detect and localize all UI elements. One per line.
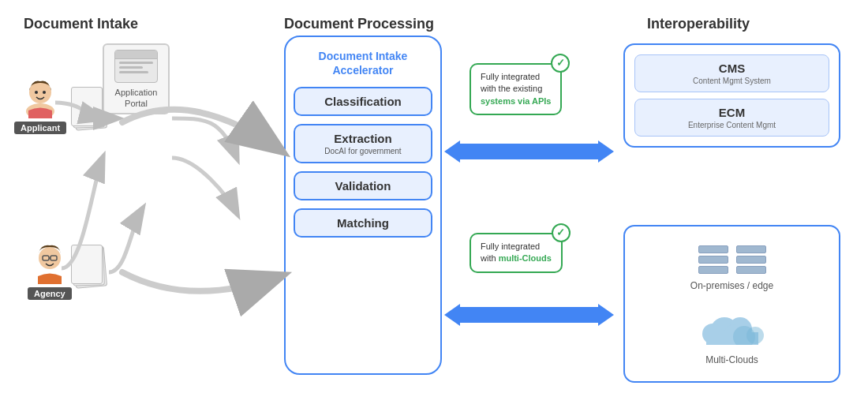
step-validation-title: Validation: [303, 179, 423, 193]
step-extraction-title: Extraction: [303, 132, 423, 145]
callout-top-text1: Fully integrated: [481, 72, 540, 81]
svg-point-3: [43, 91, 46, 94]
server-unit-1: [698, 245, 728, 274]
portal-label: ApplicationPortal: [115, 87, 158, 110]
applicant-block: Applicant: [14, 75, 66, 134]
portal-icon: [114, 50, 158, 83]
ecm-sub: Enterprise Content Mgmt: [645, 121, 819, 129]
ecm-item: ECM Enterprise Content Mgmt: [634, 99, 829, 137]
callout-top-check: ✓: [551, 54, 570, 73]
callout-bottom-check: ✓: [552, 223, 571, 242]
section-title-intake: Document Intake: [24, 16, 138, 32]
big-arrow-bottom: [444, 304, 614, 326]
cms-item: CMS Content Mgmt System: [634, 54, 829, 92]
document-stack-bottom: [71, 245, 109, 290]
cloud-icon: [697, 304, 768, 348]
callout-bottom-highlight: multi-Clouds: [499, 253, 552, 263]
step-extraction: Extraction DocAI for government: [294, 124, 432, 163]
step-classification: Classification: [294, 87, 432, 116]
server-unit-2: [736, 245, 766, 274]
callout-bottom-text1: Fully integrated: [481, 241, 540, 251]
step-matching: Matching: [294, 208, 432, 238]
section-title-processing: Document Processing: [284, 16, 434, 32]
big-arrow-top: [444, 140, 614, 163]
agency-label: Agency: [28, 287, 72, 300]
applicant-avatar: [21, 75, 60, 118]
step-classification-title: Classification: [303, 95, 423, 108]
callout-bottom: ✓ Fully integrated with multi-Clouds: [470, 233, 563, 273]
callout-top-text2: with the existing: [481, 84, 542, 93]
processing-container: Document IntakeAccelerator Classificatio…: [284, 36, 442, 375]
agency-block: Agency: [28, 241, 72, 300]
diagram: Document Intake Document Processing Inte…: [0, 0, 868, 408]
step-matching-title: Matching: [303, 216, 423, 230]
step-validation: Validation: [294, 171, 432, 200]
callout-bottom-text2: with: [481, 253, 499, 263]
agency-avatar: [30, 241, 69, 284]
svg-point-14: [746, 327, 764, 344]
applicant-label: Applicant: [14, 122, 66, 134]
callout-top: ✓ Fully integrated with the existing sys…: [470, 63, 562, 115]
callout-top-highlight: systems via APIs: [481, 96, 551, 106]
cms-sub: Content Mgmt System: [645, 77, 819, 85]
server-icons: [698, 245, 766, 274]
section-title-interop: Interoperability: [647, 16, 750, 32]
cloud-label: Multi-Clouds: [705, 354, 758, 365]
server-label: On-premises / edge: [690, 280, 773, 291]
step-extraction-sub: DocAI for government: [303, 147, 423, 155]
application-portal-box: ApplicationPortal: [103, 43, 170, 114]
ecm-title: ECM: [645, 106, 819, 119]
interop-top-group: CMS Content Mgmt System ECM Enterprise C…: [623, 43, 840, 148]
processing-title: Document IntakeAccelerator: [294, 49, 432, 77]
cms-title: CMS: [645, 62, 819, 75]
svg-point-2: [35, 91, 38, 94]
interop-bottom-group: On-premises / edge Multi-Clouds: [623, 225, 840, 383]
